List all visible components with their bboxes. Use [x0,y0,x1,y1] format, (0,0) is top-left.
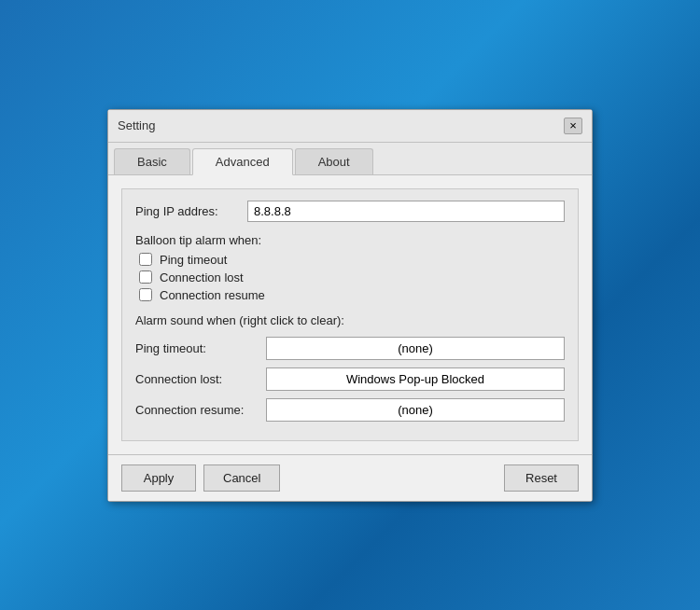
checkbox-ping-timeout: Ping timeout [135,253,565,267]
footer: Apply Cancel Reset [108,454,592,501]
apply-button[interactable]: Apply [121,464,196,492]
close-icon: × [569,118,577,132]
window-title: Setting [118,118,155,132]
close-button[interactable]: × [564,118,582,134]
checkbox-connection-lost: Connection lost [135,270,565,284]
checkbox-connection-resume-label: Connection resume [160,288,265,302]
checkbox-ping-timeout-input[interactable] [139,253,152,266]
alarm-row-ping-timeout: Ping timeout: (none) [135,337,565,360]
alarm-connection-resume-label: Connection resume: [135,403,266,417]
alarm-ping-timeout-label: Ping timeout: [135,341,266,355]
balloon-section: Balloon tip alarm when: Ping timeout Con… [135,233,565,302]
tab-bar: Basic Advanced About [108,143,592,175]
checkbox-connection-lost-label: Connection lost [160,270,244,284]
checkbox-connection-resume-input[interactable] [139,288,152,301]
balloon-title: Balloon tip alarm when: [135,233,565,247]
alarm-ping-timeout-button[interactable]: (none) [266,337,565,360]
alarm-row-connection-resume: Connection resume: (none) [135,398,565,422]
ping-ip-label: Ping IP addres: [135,204,247,218]
checkbox-connection-lost-input[interactable] [139,270,152,284]
ping-ip-input[interactable] [247,201,565,222]
alarm-connection-lost-button[interactable]: Windows Pop-up Blocked [266,367,565,391]
settings-window: Setting × Basic Advanced About Ping IP a… [107,109,593,502]
checkbox-connection-resume: Connection resume [135,288,565,302]
checkbox-ping-timeout-label: Ping timeout [160,253,227,267]
alarm-connection-resume-button[interactable]: (none) [266,398,565,422]
alarm-section: Alarm sound when (right click to clear):… [135,313,565,422]
alarm-connection-lost-label: Connection lost: [135,372,266,386]
tab-content-advanced: Ping IP addres: Balloon tip alarm when: … [108,175,592,454]
reset-button[interactable]: Reset [504,464,579,492]
ping-ip-row: Ping IP addres: [135,201,565,222]
title-bar: Setting × [108,110,592,143]
alarm-row-connection-lost: Connection lost: Windows Pop-up Blocked [135,367,565,391]
tab-basic[interactable]: Basic [114,148,190,174]
alarm-title: Alarm sound when (right click to clear): [135,313,565,327]
footer-left-buttons: Apply Cancel [121,464,280,492]
settings-section: Ping IP addres: Balloon tip alarm when: … [121,188,579,441]
tab-about[interactable]: About [295,148,373,174]
cancel-button[interactable]: Cancel [203,464,280,492]
tab-advanced[interactable]: Advanced [192,148,293,175]
